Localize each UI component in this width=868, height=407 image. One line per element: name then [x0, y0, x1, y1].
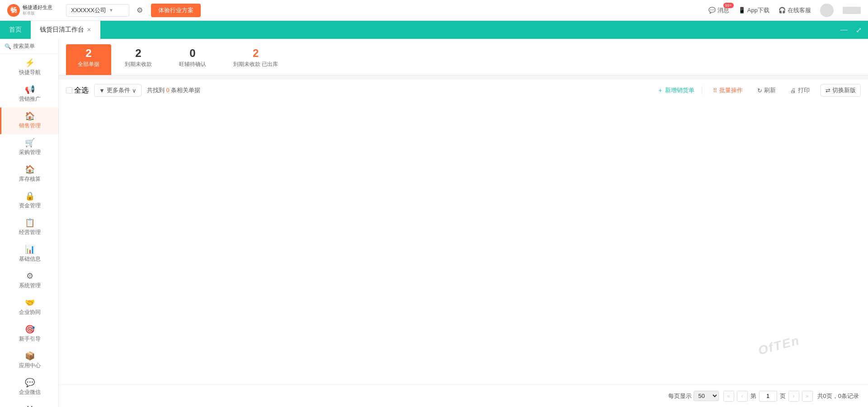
quick-nav-icon: ⚡ [25, 59, 35, 67]
sidebar-item-basic-info[interactable]: 📊 基础信息 [0, 241, 58, 267]
sidebar-item-inventory[interactable]: 🏠 库存核算 [0, 161, 58, 187]
sidebar-item-label: 资金管理 [19, 202, 41, 210]
sidebar-item-label: 快捷导航 [19, 69, 41, 76]
pagination: 每页显示 50 100 200 « ‹ 第 页 › [59, 384, 868, 407]
first-page-icon: « [727, 393, 730, 399]
select-all-checkbox[interactable] [66, 87, 72, 94]
print-icon: 🖨 [790, 87, 796, 94]
page-prefix: 第 [750, 392, 756, 400]
page-size-select[interactable]: 每页显示 50 100 200 [668, 391, 719, 401]
sidebar-item-app-center[interactable]: 📦 应用中心 [0, 347, 58, 374]
enterprise-icon: 🤝 [25, 299, 35, 307]
select-all-label: 全选 [74, 86, 89, 95]
filter-button[interactable]: ▼ 更多条件 ∨ [94, 84, 142, 97]
main-layout: 🔍 搜索菜单 ⚡ 快捷导航 📢 营销推广 🏠 销售管理 🛒 采购管理 🏠 库存核… [0, 39, 868, 407]
refresh-button[interactable]: ↻ 刷新 [754, 84, 779, 96]
wechat-icon: 💬 [25, 379, 35, 387]
found-suffix: 条相关单据 [171, 87, 200, 94]
message-button[interactable]: 💬 消息 99+ [708, 6, 729, 14]
plus-icon: ＋ [657, 86, 663, 94]
prev-page-button[interactable]: ‹ [737, 391, 748, 402]
stat-tab-all[interactable]: 2 全部单据 [66, 44, 111, 75]
top-bar: 畅 畅捷通好生意 标准版 XXXXXX公司 ▼ ⚙ 体验行业方案 💬 消息 99… [0, 0, 868, 21]
stats-tabs: 2 全部单据 2 到期未收款 0 旺辅待确认 2 到期未收款 已出库 [59, 39, 868, 75]
operations-icon: 📋 [25, 219, 35, 227]
filter-icon: ▼ [99, 87, 105, 94]
tab-workbench-label: 钱货日清工作台 [40, 26, 84, 34]
batch-button[interactable]: ⠿ 批量操作 [709, 84, 746, 96]
app-download-button[interactable]: 📱 App下载 [738, 6, 769, 14]
minimize-button[interactable]: — [839, 24, 849, 36]
download-icon: 📱 [738, 7, 745, 14]
sidebar-item-operations[interactable]: 📋 经营管理 [0, 214, 58, 241]
new-sale-label: 新增销货单 [665, 86, 694, 94]
content-area: 2 全部单据 2 到期未收款 0 旺辅待确认 2 到期未收款 已出库 全选 [59, 39, 868, 407]
refresh-icon: ↻ [757, 87, 762, 94]
sales-icon: 🏠 [25, 112, 35, 120]
tab-home[interactable]: 首页 [0, 21, 31, 39]
table-area [59, 101, 868, 384]
tab-close-icon[interactable]: ✕ [87, 27, 91, 33]
select-all-area[interactable]: 全选 [66, 86, 89, 95]
logo-sub: 标准版 [23, 10, 52, 16]
message-badge: 99+ [723, 3, 734, 8]
online-service-label: 在线客服 [788, 6, 811, 14]
member-icon: V [27, 405, 33, 407]
search-menu-label: 搜索菜单 [13, 42, 35, 50]
logo-text: 畅捷通好生意 [23, 4, 52, 10]
stat-num-shipped: 2 [253, 48, 259, 59]
gear-button[interactable]: ⚙ [133, 4, 146, 17]
stat-label-all: 全部单据 [78, 61, 99, 68]
sidebar-item-sales[interactable]: 🏠 销售管理 [0, 108, 58, 134]
top-right-actions: 💬 消息 99+ 📱 App下载 🎧 在线客服 [708, 4, 861, 17]
sidebar-item-label: 新手引导 [19, 335, 41, 343]
sidebar-item-label: 应用中心 [19, 362, 41, 370]
marketing-icon: 📢 [25, 85, 35, 94]
chevron-icon: ∨ [132, 87, 137, 94]
search-menu-item[interactable]: 🔍 搜索菜单 [0, 39, 58, 54]
new-sale-button[interactable]: ＋ 新增销货单 [657, 86, 694, 94]
sidebar-item-marketing[interactable]: 📢 营销推广 [0, 81, 58, 108]
stat-tab-shipped[interactable]: 2 到期未收款 已出库 [220, 44, 292, 75]
print-button[interactable]: 🖨 打印 [787, 84, 813, 96]
experience-button[interactable]: 体验行业方案 [151, 4, 201, 17]
tab-home-label: 首页 [9, 26, 22, 34]
company-selector[interactable]: XXXXXX公司 ▼ [66, 4, 129, 17]
online-service-button[interactable]: 🎧 在线客服 [778, 6, 811, 14]
sidebar-item-finance[interactable]: 🔒 资金管理 [0, 187, 58, 214]
divider [702, 86, 702, 94]
stat-tab-wangfu[interactable]: 0 旺辅待确认 [165, 44, 220, 75]
service-icon: 🎧 [778, 7, 786, 14]
user-name[interactable] [843, 7, 861, 14]
last-page-button[interactable]: » [802, 391, 813, 402]
sidebar-item-label: 系统管理 [19, 282, 41, 290]
page-number-input[interactable] [759, 391, 777, 402]
sidebar-item-quick-nav[interactable]: ⚡ 快捷导航 [0, 54, 58, 81]
per-page-selector[interactable]: 50 100 200 [693, 391, 719, 401]
maximize-button[interactable]: ⤢ [854, 24, 863, 36]
page-suffix: 页 [780, 392, 786, 400]
sidebar-item-wechat[interactable]: 💬 企业微信 [0, 374, 58, 401]
company-name: XXXXXX公司 [71, 6, 106, 14]
next-page-button[interactable]: › [788, 391, 799, 402]
sidebar-item-purchase[interactable]: 🛒 采购管理 [0, 134, 58, 161]
stat-tab-overdue[interactable]: 2 到期未收款 [111, 44, 165, 75]
stat-label-overdue: 到期未收款 [125, 61, 152, 68]
system-icon: ⚙ [26, 272, 33, 280]
sidebar-item-guide[interactable]: 🎯 新手引导 [0, 321, 58, 347]
toolbar: 全选 ▼ 更多条件 ∨ 共找到 0 条相关单据 ＋ 新增销货单 ⠿ [59, 79, 868, 101]
chevron-down-icon: ▼ [109, 8, 113, 13]
found-text: 共找到 0 条相关单据 [147, 86, 200, 94]
sidebar-item-system[interactable]: ⚙ 系统管理 [0, 267, 58, 294]
stat-num-overdue: 2 [135, 48, 141, 59]
purchase-icon: 🛒 [25, 139, 35, 147]
sidebar-item-member[interactable]: V 畅会员 [0, 401, 58, 407]
avatar[interactable] [820, 4, 834, 17]
first-page-button[interactable]: « [723, 391, 734, 402]
guide-icon: 🎯 [25, 325, 35, 333]
found-num: 0 [166, 87, 170, 94]
switch-version-button[interactable]: ⇄ 切换新版 [821, 84, 861, 97]
batch-icon: ⠿ [713, 87, 717, 94]
sidebar-item-enterprise[interactable]: 🤝 企业协同 [0, 294, 58, 321]
tab-workbench[interactable]: 钱货日清工作台 ✕ [31, 21, 100, 39]
